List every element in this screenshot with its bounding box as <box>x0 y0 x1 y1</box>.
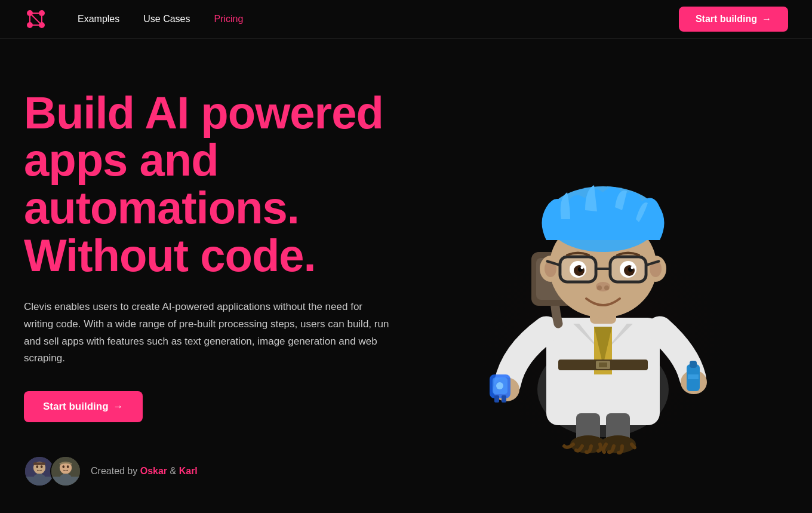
svg-point-12 <box>41 466 43 469</box>
svg-point-62 <box>631 266 634 269</box>
svg-rect-15 <box>33 463 45 466</box>
svg-point-64 <box>597 285 602 290</box>
creator-oskar-link[interactable]: Oskar <box>140 466 167 476</box>
svg-point-11 <box>36 466 38 469</box>
svg-point-18 <box>62 466 64 469</box>
hero-section: Build AI powered apps and automations. W… <box>0 39 812 513</box>
mascot-svg <box>454 103 752 461</box>
svg-point-14 <box>34 474 45 480</box>
logo[interactable] <box>24 7 48 31</box>
svg-point-65 <box>604 285 609 290</box>
svg-point-61 <box>581 266 584 269</box>
svg-point-21 <box>60 474 71 480</box>
svg-rect-28 <box>599 363 607 367</box>
nav-examples[interactable]: Examples <box>78 14 119 24</box>
svg-rect-37 <box>690 361 697 368</box>
nav-links: Examples Use Cases Pricing <box>78 14 679 24</box>
hero-content: Build AI powered apps and automations. W… <box>24 77 418 487</box>
nav-start-building-button[interactable]: Start building → <box>679 7 788 32</box>
nav-use-cases[interactable]: Use Cases <box>143 14 190 24</box>
svg-point-32 <box>496 382 503 389</box>
creator-karl-link[interactable]: Karl <box>179 466 198 476</box>
svg-rect-33 <box>494 395 499 403</box>
svg-rect-34 <box>502 395 506 403</box>
logo-icon <box>24 7 48 31</box>
nav-pricing[interactable]: Pricing <box>214 14 244 24</box>
hero-title: Build AI powered apps and automations. W… <box>24 89 418 279</box>
svg-point-19 <box>67 466 69 469</box>
creator-avatars <box>24 456 81 487</box>
hero-description: Clevis enables users to create AI-powere… <box>24 299 394 368</box>
navbar: Examples Use Cases Pricing Start buildin… <box>0 0 812 39</box>
hero-mascot <box>418 79 788 485</box>
creators-text: Created by Oskar & Karl <box>91 466 198 477</box>
avatar-karl <box>50 456 81 487</box>
creators-section: Created by Oskar & Karl <box>24 456 418 487</box>
svg-rect-38 <box>688 374 699 379</box>
hero-start-building-button[interactable]: Start building → <box>24 391 143 422</box>
